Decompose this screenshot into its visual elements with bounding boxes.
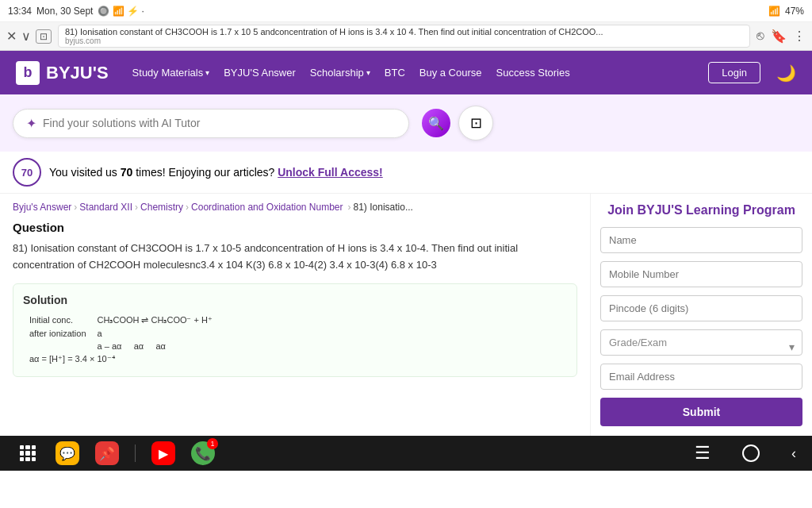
grade-select-wrapper: Grade/Exam [600, 329, 802, 364]
nav-buy-course[interactable]: Buy a Course [419, 67, 482, 79]
theme-toggle-icon[interactable]: 🌙 [776, 64, 796, 83]
search-box: ✦ [13, 109, 409, 138]
content-area: Byju's Answer › Standard XII › Chemistry… [0, 194, 812, 436]
login-button[interactable]: Login [708, 62, 760, 83]
phone-app-icon[interactable]: 📞 1 [191, 441, 215, 465]
question-text: 81) Ionisation constant of CH3COOH is 1.… [13, 241, 577, 274]
pincode-input[interactable] [600, 295, 802, 321]
status-icons: 🔘 📶 ⚡ · [98, 6, 144, 17]
solution-label: Solution [23, 294, 567, 306]
grade-select[interactable]: Grade/Exam [600, 329, 802, 356]
logo-text: BYJU'S [46, 63, 109, 83]
mobile-input[interactable] [600, 261, 802, 287]
nav-scholarship[interactable]: Scholarship ▾ [310, 67, 370, 79]
browser-tab-icon[interactable]: ⊡ [36, 29, 52, 44]
left-panel: Byju's Answer › Standard XII › Chemistry… [0, 194, 590, 436]
visit-text: You visited us 70 times! Enjoying our ar… [49, 166, 383, 179]
search-section: ✦ 🔍 ⊡ [0, 94, 812, 152]
grid-icon-inner [20, 445, 36, 461]
question-label: Question [13, 221, 577, 234]
breadcrumb-current: 81) Ionisatio... [354, 202, 413, 213]
browser-actions[interactable]: ⎋ 🔖 ⋮ [756, 29, 806, 44]
browser-domain: byjus.com [65, 37, 743, 45]
nav-links: Study Materials ▾ BYJU'S Answer Scholars… [132, 67, 693, 79]
scan-button[interactable]: ⊡ [458, 106, 493, 140]
solution-table: Initial conc. CH₃COOH ⇌ CH₃COO⁻ + H⁺ aft… [23, 313, 219, 367]
join-form-title: Join BYJU'S Learning Program [600, 203, 802, 217]
bottom-center-nav: ☰ ‹ [695, 443, 796, 464]
breadcrumb-byjus-answer[interactable]: Byju's Answer [13, 202, 71, 213]
visit-count-circle: 70 [13, 158, 41, 187]
search-input[interactable] [43, 117, 396, 129]
solution-box: Solution Initial conc. CH₃COOH ⇌ CH₃COO⁻… [13, 283, 577, 377]
right-panel: Join BYJU'S Learning Program Grade/Exam … [590, 194, 812, 436]
nav-btc[interactable]: BTC [385, 67, 405, 79]
browser-close-icon[interactable]: ✕ [6, 29, 17, 44]
browser-bar: ✕ ∨ ⊡ 81) Ionisation constant of CH3COOH… [0, 22, 812, 51]
solution-after-label: after ionization [25, 328, 91, 339]
logo[interactable]: b BYJU'S [16, 61, 109, 85]
browser-url-text: 81) Ionisation constant of CH3COOH is 1.… [65, 27, 743, 37]
grid-launcher-icon[interactable] [16, 441, 40, 465]
browser-chevron-down-icon[interactable]: ∨ [21, 29, 31, 44]
status-date: Mon, 30 Sept [36, 6, 93, 17]
status-bar: 13:34 Mon, 30 Sept 🔘 📶 ⚡ · 📶 47% [0, 0, 812, 22]
solution-conc-values: a – aα aα aα [93, 341, 217, 352]
breadcrumb-coordination[interactable]: Coordination and Oxidation Number [191, 202, 343, 213]
messenger-app-icon[interactable]: 💬 [56, 441, 79, 465]
notification-badge: 1 [207, 438, 218, 449]
visit-text-suffix: times! Enjoying our articles? [136, 166, 274, 179]
solution-result: aα = [H⁺] = 3.4 × 10⁻⁴ [25, 353, 217, 365]
status-time: 13:34 [8, 6, 32, 17]
browser-url-bar[interactable]: 81) Ionisation constant of CH3COOH is 1.… [58, 25, 750, 48]
breadcrumb: Byju's Answer › Standard XII › Chemistry… [13, 202, 577, 213]
search-submit-button[interactable]: 🔍 [422, 109, 450, 137]
breadcrumb-standard-xii[interactable]: Standard XII [79, 202, 132, 213]
red-app-icon[interactable]: 📌 [95, 441, 119, 465]
logo-icon: b [16, 61, 40, 85]
visit-count-text: 70 [121, 166, 133, 179]
solution-empty [25, 341, 91, 352]
nav-success-stories[interactable]: Success Stories [496, 67, 570, 79]
visit-banner: 70 You visited us 70 times! Enjoying our… [0, 152, 812, 194]
unlock-access-link[interactable]: Unlock Full Access! [278, 166, 383, 179]
android-back-icon[interactable]: ‹ [791, 445, 796, 462]
youtube-app-icon[interactable]: ▶ [151, 441, 175, 465]
name-input[interactable] [600, 227, 802, 253]
browser-navigation[interactable]: ✕ ∨ ⊡ [6, 29, 52, 44]
nav-study-materials[interactable]: Study Materials ▾ [132, 67, 210, 79]
bottom-left: 💬 📌 ▶ 📞 1 [16, 441, 215, 465]
solution-content: Initial conc. CH₃COOH ⇌ CH₃COO⁻ + H⁺ aft… [23, 313, 567, 367]
share-icon[interactable]: ⎋ [756, 29, 764, 44]
android-home-icon[interactable] [742, 444, 760, 462]
nav-study-materials-arrow: ▾ [205, 68, 209, 77]
status-battery: 47% [785, 6, 804, 17]
nav-byjus-answer[interactable]: BYJU'S Answer [224, 67, 296, 79]
email-input[interactable] [600, 364, 802, 390]
status-signal: 📶 [768, 6, 780, 17]
nav-scholarship-arrow: ▾ [366, 68, 370, 77]
visit-text-prefix: You visited us [49, 166, 121, 179]
android-menu-icon[interactable]: ☰ [695, 443, 710, 464]
divider [135, 444, 136, 462]
solution-row1: a [93, 328, 217, 339]
more-options-icon[interactable]: ⋮ [793, 29, 806, 44]
solution-equation: CH₃COOH ⇌ CH₃COO⁻ + H⁺ [93, 314, 217, 326]
submit-button[interactable]: Submit [600, 398, 802, 426]
navbar: b BYJU'S Study Materials ▾ BYJU'S Answer… [0, 51, 812, 94]
solution-initial-label: Initial conc. [25, 314, 91, 326]
bookmark-icon[interactable]: 🔖 [771, 29, 787, 44]
bottom-nav: 💬 📌 ▶ 📞 1 ☰ ‹ [0, 436, 812, 471]
breadcrumb-chemistry[interactable]: Chemistry [140, 202, 183, 213]
ai-tutor-icon: ✦ [26, 116, 36, 131]
